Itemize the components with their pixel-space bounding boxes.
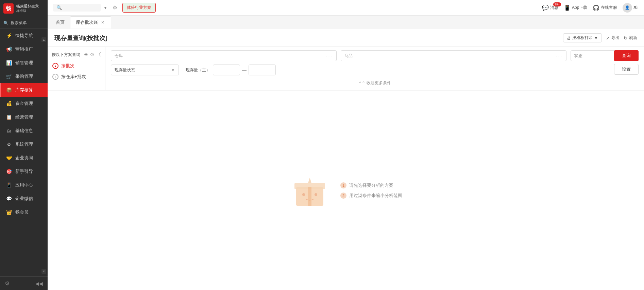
sidebar-item-basic[interactable]: 🗂 基础信息 (0, 124, 48, 138)
sidebar-item-operation[interactable]: 📋 经营管理 (0, 110, 48, 124)
empty-hint-1-text: 请先选择要分析的方案 (349, 182, 393, 188)
collapse-sidebar-icon[interactable]: ◀◀ (35, 281, 43, 286)
appstore-icon: 📱 (6, 182, 12, 188)
sidebar-scroll-down[interactable]: ▼ (41, 269, 46, 274)
sidebar-item-label: 基础信息 (15, 128, 33, 134)
sidebar-item-label: 快捷导航 (15, 33, 33, 39)
query-button[interactable]: 查询 (614, 50, 639, 61)
inventory-qty-max-input[interactable] (249, 65, 276, 75)
sidebar-subtitle: 标准版 (16, 8, 39, 13)
print-btn[interactable]: 🖨 按模板打印 ▼ (563, 33, 602, 42)
user-avatar: 👤 (623, 3, 632, 13)
filter-sidebar-icons: ⊕ ⊙ 《 (84, 52, 101, 58)
page-title: 现存量查询(按批次) (54, 34, 107, 42)
printer-icon: 🖨 (567, 36, 571, 40)
topbar-search-icon: 🔍 (56, 5, 62, 10)
schema-batch-icon: ● (52, 63, 58, 69)
collapse-more-label: 收起更多条件 (367, 80, 391, 86)
schema-batch[interactable]: ● 按批次 (48, 60, 105, 71)
wechat-icon: 💬 (6, 196, 12, 202)
online-support-label: 在线客服 (601, 5, 617, 11)
system-icon: ⚙ (6, 141, 12, 147)
inventory-qty-range: — (213, 65, 276, 75)
sidebar-footer: ⚙ ◀◀ (0, 276, 48, 290)
support-icon: 🎧 (593, 4, 599, 11)
operation-icon: 📋 (6, 114, 12, 120)
empty-text: 1 请先选择要分析的方案 2 用过滤条件来缩小分析范围 (340, 182, 402, 199)
sidebar-item-shortcut[interactable]: ⚡ 快捷导航 (0, 29, 48, 42)
product-dots: ··· (556, 52, 563, 59)
sidebar-search[interactable]: 🔍 搜索菜单 (0, 17, 48, 29)
svg-point-3 (302, 193, 305, 196)
newbie-icon: 🎯 (6, 168, 12, 175)
trial-btn[interactable]: 体验行业方案 (122, 3, 156, 13)
topbar-search-input[interactable] (64, 5, 98, 10)
collapse-up-icon: ⌃⌃ (358, 81, 365, 86)
export-btn[interactable]: ↗ 导出 (606, 35, 620, 41)
sidebar-item-member[interactable]: 👑 畅会员 (0, 205, 48, 219)
inventory-qty-min-input[interactable] (213, 65, 240, 75)
sidebar-item-label: 采购管理 (15, 73, 33, 79)
sidebar-item-label: 资金管理 (15, 101, 33, 107)
tab-home[interactable]: 首页 (50, 16, 70, 29)
filter-area: 按以下方案查询 ⊕ ⊙ 《 ● 按批次 ○ 按仓库+批次 (48, 47, 644, 90)
app-download-icon: 📱 (564, 4, 571, 11)
schema-warehouse-batch-label: 按仓库+批次 (61, 74, 86, 80)
sidebar-scroll-up[interactable]: ▲ (41, 37, 46, 42)
avatar-icon: 👤 (625, 5, 630, 10)
sidebar-item-sales[interactable]: 📊 销售管理 (0, 56, 48, 70)
sidebar-item-purchase[interactable]: 🛒 采购管理 (0, 70, 48, 83)
filter-sidebar-header: 按以下方案查询 ⊕ ⊙ 《 (48, 50, 105, 60)
tab-inventory-batch[interactable]: 库存批次账 ✕ (70, 16, 111, 29)
sidebar-item-marketing[interactable]: 📢 营销推广 (0, 42, 48, 56)
schema-warehouse-batch[interactable]: ○ 按仓库+批次 (48, 71, 105, 82)
product-input[interactable]: 商品 ··· (341, 50, 566, 61)
inventory-icon: 📦 (6, 87, 12, 93)
inventory-status-select[interactable]: 现存量状态 ▼ (111, 65, 179, 75)
sidebar-item-finance[interactable]: 💰 资金管理 (0, 97, 48, 110)
add-schema-icon[interactable]: ⊕ (84, 52, 88, 58)
sidebar-item-appstore[interactable]: 📱 应用中心 (0, 178, 48, 192)
sidebar-item-newbie[interactable]: 🎯 新手引导 (0, 165, 48, 178)
filter-sidebar-title: 按以下方案查询 (52, 52, 80, 58)
topbar-settings-icon[interactable]: ⚙ (110, 3, 120, 13)
collapse-more-btn[interactable]: ⌃⌃ 收起更多条件 (111, 78, 639, 87)
refresh-btn[interactable]: ↻ 刷新 (624, 35, 637, 41)
warehouse-input[interactable]: 仓库 ··· (111, 50, 337, 61)
online-support-btn[interactable]: 🎧 在线客服 (593, 4, 617, 11)
filter-sidebar: 按以下方案查询 ⊕ ⊙ 《 ● 按批次 ○ 按仓库+批次 (48, 47, 105, 90)
topbar-dropdown-arrow[interactable]: ▼ (103, 5, 107, 10)
empty-hint-2: 2 用过滤条件来缩小分析范围 (340, 193, 402, 199)
member-icon: 👑 (6, 209, 12, 215)
config-schema-icon[interactable]: ⊙ (90, 52, 94, 58)
sidebar-item-label: 经营管理 (15, 114, 33, 120)
sidebar-item-label: 销售管理 (15, 60, 33, 66)
empty-illustration (289, 170, 330, 211)
export-icon: ↗ (606, 35, 610, 41)
inventory-status-label: 现存量状态 (115, 67, 135, 73)
sidebar-item-wechat[interactable]: 💬 企业微信 (0, 192, 48, 205)
app-download-btn[interactable]: 📱 App下载 (564, 4, 587, 11)
sidebar-item-system[interactable]: ⚙ 系统管理 (0, 138, 48, 151)
product-field: 商品 ··· (341, 50, 566, 61)
filter-row-1: 仓库 ··· 商品 ··· 状态 ▼ (111, 50, 639, 61)
collapse-filter-icon[interactable]: 《 (96, 52, 101, 58)
settings-footer-icon[interactable]: ⚙ (5, 280, 10, 287)
messages-btn[interactable]: 💬 消息 99+ (542, 4, 558, 11)
panel-close-btn[interactable]: ✕ (633, 4, 637, 11)
sales-icon: 📊 (6, 60, 12, 66)
tab-close-btn[interactable]: ✕ (100, 20, 105, 25)
tab-home-label: 首页 (56, 19, 65, 25)
settings-button[interactable]: 设置 (614, 64, 639, 75)
sidebar-item-inventory[interactable]: 📦 库存核算 (0, 83, 48, 97)
sidebar-item-label: 库存核算 (15, 87, 33, 93)
svg-rect-2 (308, 187, 311, 206)
sidebar-item-label: 企业协同 (15, 155, 33, 161)
print-label: 按模板打印 (572, 35, 593, 41)
sidebar-item-enterprise[interactable]: 🤝 企业协同 (0, 151, 48, 165)
sidebar-logo: 畅 (3, 3, 14, 14)
sidebar-item-label: 应用中心 (15, 182, 33, 188)
svg-point-4 (315, 193, 317, 196)
messages-badge: 99+ (553, 2, 561, 6)
inventory-status-field: 现存量状态 ▼ (111, 65, 179, 75)
